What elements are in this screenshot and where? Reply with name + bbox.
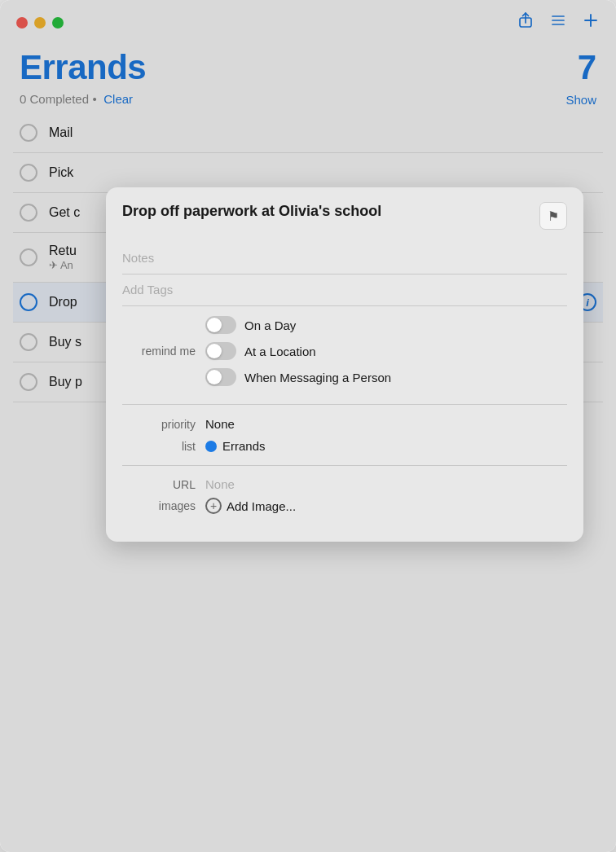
images-label: images <box>122 499 196 512</box>
notes-field[interactable]: Notes <box>122 243 567 274</box>
priority-label: priority <box>122 418 196 431</box>
app-window: Errands 7 0 Completed • Clear Show Mail … <box>0 0 616 852</box>
notes-placeholder: Notes <box>122 251 154 265</box>
remind-row: remind me On a Day At a Location When Me… <box>122 316 567 386</box>
detail-header: Drop off paperwork at Olivia's school ⚑ <box>122 202 567 230</box>
remind-section: remind me On a Day At a Location When Me… <box>122 306 567 405</box>
remind-option-message: When Messaging a Person <box>205 368 567 386</box>
priority-value[interactable]: None <box>205 417 235 431</box>
toggle-messaging[interactable] <box>205 368 236 386</box>
flag-button[interactable]: ⚑ <box>539 202 567 230</box>
meta-section: priority None list Errands <box>122 405 567 466</box>
detail-title: Drop off paperwork at Olivia's school <box>122 202 381 221</box>
list-color-dot <box>205 441 217 452</box>
add-image-circle-icon: + <box>205 498 222 514</box>
url-value[interactable]: None <box>205 477 235 491</box>
remind-option-day: On a Day <box>205 316 567 334</box>
add-image-button[interactable]: + Add Image... <box>205 498 296 514</box>
remind-label: remind me <box>122 345 196 358</box>
priority-row: priority None <box>122 413 567 435</box>
list-value-container[interactable]: Errands <box>205 439 266 453</box>
remind-day-label: On a Day <box>244 318 296 332</box>
toggle-at-location[interactable] <box>205 342 236 360</box>
tags-placeholder: Add Tags <box>122 283 173 296</box>
extras-section: URL None images + Add Image... <box>122 466 567 525</box>
images-row: images + Add Image... <box>122 494 567 517</box>
remind-location-label: At a Location <box>244 345 316 358</box>
url-row: URL None <box>122 474 567 494</box>
list-row: list Errands <box>122 435 567 457</box>
detail-panel: Drop off paperwork at Olivia's school ⚑ … <box>106 187 583 542</box>
add-image-label: Add Image... <box>227 499 296 513</box>
list-label: list <box>122 440 196 453</box>
url-label: URL <box>122 478 196 491</box>
toggle-on-day[interactable] <box>205 316 236 334</box>
tags-field[interactable]: Add Tags <box>122 274 567 306</box>
remind-message-label: When Messaging a Person <box>244 371 391 384</box>
remind-option-location: At a Location <box>205 342 567 360</box>
list-name: Errands <box>222 439 266 453</box>
remind-options: On a Day At a Location When Messaging a … <box>205 316 567 386</box>
flag-icon: ⚑ <box>548 209 559 224</box>
